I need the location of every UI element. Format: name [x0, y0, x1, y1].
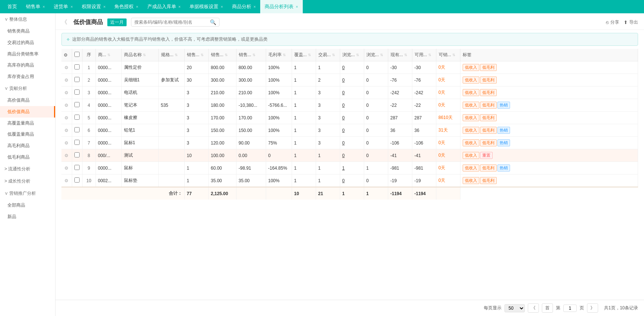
- sidebar-group-title-overall[interactable]: ∨ 整体信息: [0, 13, 55, 26]
- sidebar-item-low-value[interactable]: 低价值商品: [0, 106, 55, 118]
- sort-icon[interactable]: ⇅: [225, 53, 228, 57]
- sidebar-item-high-value[interactable]: 高价值商品: [0, 95, 55, 106]
- sidebar-item-low-coverage[interactable]: 低覆盖量商品: [0, 129, 55, 140]
- prev-page-btn[interactable]: 首: [542, 303, 553, 313]
- sidebar-item-category-sales-rate[interactable]: 商品分类销售率: [0, 48, 55, 60]
- row-checkbox-cell[interactable]: [72, 99, 82, 112]
- row-checkbox-cell[interactable]: [72, 124, 82, 137]
- col-header-name[interactable]: 商品名称 ⇅: [121, 49, 158, 61]
- row-checkbox[interactable]: [74, 115, 80, 120]
- nav-sales-order[interactable]: 销售单 ×: [21, 0, 49, 13]
- sort-icon[interactable]: ⇅: [143, 53, 146, 57]
- row-checkbox-cell[interactable]: [72, 61, 82, 74]
- row-checkbox-cell[interactable]: [72, 74, 82, 86]
- sidebar-item-all-products[interactable]: 全部商品: [0, 200, 55, 211]
- col-header-current-stock[interactable]: 现有... ⇅: [388, 49, 412, 61]
- views-link[interactable]: 0: [342, 128, 345, 133]
- col-header-sales2[interactable]: 销售... ⇅: [208, 49, 236, 61]
- row-gear[interactable]: ⚙: [61, 61, 72, 74]
- sidebar-group-title-marketing[interactable]: ∨ 营销推广分析: [0, 187, 55, 200]
- sort-icon[interactable]: ⇅: [428, 53, 431, 57]
- sidebar-item-high-profit[interactable]: 高毛利商品: [0, 140, 55, 152]
- row-col7[interactable]: 0: [340, 99, 364, 112]
- sort-icon[interactable]: ⇅: [380, 53, 383, 57]
- views-link[interactable]: 0: [342, 65, 345, 70]
- sidebar-item-stock-capital[interactable]: 库存资金占用: [0, 71, 55, 82]
- export-button[interactable]: ⬆ 导出: [624, 19, 638, 26]
- close-icon[interactable]: ×: [221, 4, 223, 9]
- row-gear[interactable]: ⚙: [61, 174, 72, 187]
- sort-icon[interactable]: ⇅: [452, 53, 455, 57]
- row-col7[interactable]: 0: [340, 86, 364, 99]
- sort-icon[interactable]: ⇅: [308, 53, 311, 57]
- sidebar-item-sales-category[interactable]: 销售类商品: [0, 26, 55, 37]
- sort-icon[interactable]: ⇅: [107, 53, 110, 57]
- close-icon[interactable]: ×: [70, 4, 73, 9]
- row-checkbox[interactable]: [74, 127, 80, 132]
- sort-icon[interactable]: ⇅: [404, 53, 407, 57]
- row-gear[interactable]: ⚙: [61, 99, 72, 112]
- row-col7[interactable]: 0: [340, 174, 364, 187]
- next-page-btn[interactable]: 》: [587, 303, 598, 313]
- col-header-code[interactable]: 商... ⇅: [95, 49, 121, 61]
- col-header-sellable-stock[interactable]: 可销... ⇅: [436, 49, 460, 61]
- row-col7[interactable]: 0: [340, 112, 364, 124]
- views-link[interactable]: 0: [342, 153, 345, 158]
- sidebar-item-high-stock[interactable]: 高库存的商品: [0, 60, 55, 71]
- row-col7[interactable]: 0: [340, 61, 364, 74]
- row-col7[interactable]: 0: [340, 74, 364, 86]
- sort-icon[interactable]: ⇅: [201, 53, 204, 57]
- row-gear[interactable]: ⚙: [61, 137, 72, 149]
- select-all-checkbox[interactable]: [74, 52, 80, 57]
- sort-icon[interactable]: ⇅: [175, 53, 178, 57]
- sidebar-item-low-profit[interactable]: 低毛利商品: [0, 152, 55, 163]
- row-checkbox[interactable]: [74, 89, 80, 95]
- row-gear[interactable]: ⚙: [61, 74, 72, 86]
- views-link[interactable]: 0: [342, 140, 345, 146]
- close-icon[interactable]: ×: [43, 4, 45, 9]
- nav-product-analysis-list[interactable]: 商品分析列表 ×: [260, 0, 302, 13]
- row-checkbox-cell[interactable]: [72, 137, 82, 149]
- col-header-sales1[interactable]: 销售... ⇅: [184, 49, 208, 61]
- views-link[interactable]: 0: [342, 78, 345, 83]
- current-page-input[interactable]: [563, 305, 577, 312]
- nav-template-settings[interactable]: 单据模板设置 ×: [185, 0, 227, 13]
- row-checkbox[interactable]: [74, 140, 80, 145]
- row-checkbox-cell[interactable]: [72, 162, 82, 174]
- nav-home[interactable]: 首页: [3, 0, 21, 13]
- nav-permission-settings[interactable]: 权限设置 ×: [77, 0, 110, 13]
- search-icon[interactable]: 🔍: [210, 19, 216, 25]
- row-gear[interactable]: ⚙: [61, 112, 72, 124]
- sort-icon[interactable]: ⇅: [283, 53, 286, 57]
- row-gear[interactable]: ⚙: [61, 162, 72, 174]
- col-header-sales3[interactable]: 销售... ⇅: [236, 49, 266, 61]
- row-checkbox[interactable]: [74, 165, 80, 170]
- nav-product-stock[interactable]: 产成品入库单 ×: [143, 0, 185, 13]
- nav-purchase-order[interactable]: 进货单 ×: [49, 0, 77, 13]
- row-checkbox-cell[interactable]: [72, 112, 82, 124]
- row-col7[interactable]: 0: [340, 149, 364, 162]
- close-icon[interactable]: ×: [136, 4, 138, 9]
- col-header-views1[interactable]: 浏览... ⇅: [340, 49, 364, 61]
- views-link[interactable]: 0: [342, 103, 345, 108]
- sidebar-item-traded[interactable]: 交易过的商品: [0, 37, 55, 48]
- row-col7[interactable]: 1: [340, 162, 364, 174]
- row-checkbox[interactable]: [74, 177, 80, 183]
- share-button[interactable]: ⎋ 分享: [606, 19, 619, 26]
- row-checkbox[interactable]: [74, 102, 80, 107]
- sort-icon[interactable]: ⇅: [356, 53, 359, 57]
- row-checkbox[interactable]: [74, 64, 80, 69]
- first-page-btn[interactable]: 《: [528, 303, 539, 313]
- col-header-spec[interactable]: 规格... ⇅: [158, 49, 184, 61]
- views-link[interactable]: 1: [342, 166, 345, 171]
- views-link[interactable]: 0: [342, 115, 345, 120]
- row-col7[interactable]: 0: [340, 124, 364, 137]
- close-icon[interactable]: ×: [254, 4, 256, 9]
- settings-col-header[interactable]: ⚙: [61, 49, 72, 61]
- row-checkbox[interactable]: [74, 152, 80, 157]
- col-header-gross-margin[interactable]: 毛利率 ⇅: [266, 49, 292, 61]
- row-gear[interactable]: ⚙: [61, 86, 72, 99]
- nav-role-auth[interactable]: 角色授权 ×: [110, 0, 142, 13]
- sidebar-group-title-growth[interactable]: > 成长性分析: [0, 175, 55, 187]
- col-header-coverage[interactable]: 覆盖... ⇅: [292, 49, 316, 61]
